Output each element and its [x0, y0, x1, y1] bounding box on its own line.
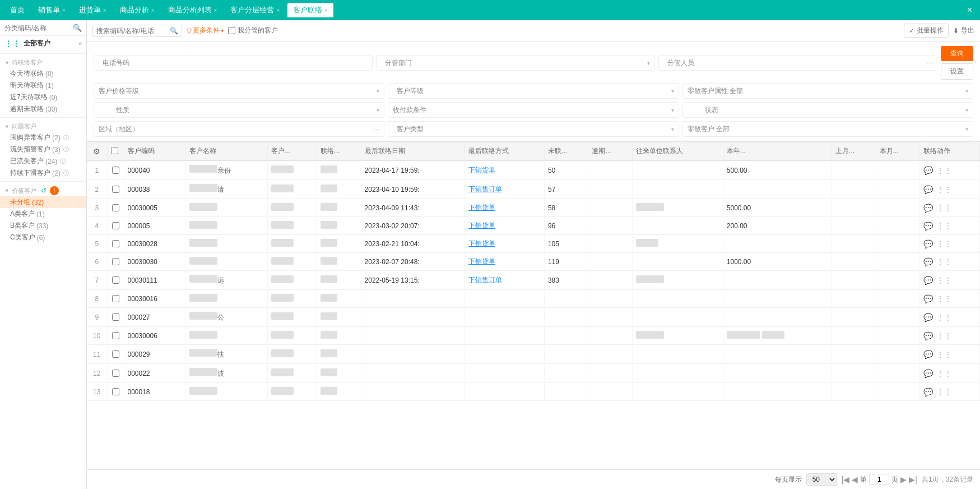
filter-nature[interactable]: 性质 ▾ — [94, 102, 384, 118]
chat-icon[interactable]: 💬 — [923, 331, 933, 340]
menu-icon[interactable]: ⋮⋮ — [936, 204, 952, 213]
collapse-all-icon[interactable]: « — [78, 40, 82, 47]
sidebar-value-header[interactable]: ▼ 价值客户 ↺ ! — [0, 184, 86, 196]
nav-customer-contact[interactable]: 客户联络 × — [287, 3, 333, 17]
row-checkbox[interactable] — [112, 332, 119, 339]
row-checkbox[interactable] — [112, 388, 119, 395]
filter-price-grade[interactable]: 客户价格等级 ▾ — [94, 83, 384, 99]
menu-icon[interactable]: ⋮⋮ — [936, 331, 952, 340]
last-method-link[interactable]: 下销货单 — [468, 204, 495, 211]
last-method-link[interactable]: 下销货单 — [468, 239, 495, 247]
nav-customer-segment-close[interactable]: × — [276, 7, 280, 13]
gear-icon[interactable]: ⚙ — [93, 147, 100, 156]
batch-op-btn[interactable]: ✓ 批量操作 — [904, 24, 949, 38]
chat-icon[interactable]: 💬 — [923, 185, 933, 194]
per-page-select[interactable]: 50 20 100 — [806, 473, 837, 486]
chat-icon[interactable]: 💬 — [923, 166, 933, 175]
menu-icon[interactable]: ⋮⋮ — [936, 257, 952, 266]
search-input[interactable] — [96, 27, 168, 35]
sidebar-item-overdue[interactable]: 逾期未联络 (30) — [0, 103, 86, 115]
sidebar-item-a[interactable]: A类客户 (1) — [0, 208, 86, 220]
prev-page-btn[interactable]: ◀ — [852, 475, 858, 484]
nav-product-list[interactable]: 商品分析列表 × — [162, 3, 223, 17]
filter-retail-attr[interactable]: 零散客户属性 全部 ▾ — [682, 83, 973, 99]
menu-icon[interactable]: ⋮⋮ — [936, 185, 952, 194]
nav-product-list-close[interactable]: × — [214, 7, 217, 13]
sidebar-item-declining[interactable]: 持续下滑客户 (2) ⓘ — [0, 167, 86, 179]
reset-btn[interactable]: 设置 — [941, 63, 973, 80]
last-method-link[interactable]: 下销货单 — [468, 222, 495, 229]
refresh-icon[interactable]: ↺ — [41, 187, 47, 195]
sidebar-item-warning[interactable]: 流失预警客户 (3) ⓘ — [0, 144, 86, 155]
nav-product-analysis-close[interactable]: × — [151, 7, 155, 13]
menu-icon[interactable]: ⋮⋮ — [936, 369, 952, 378]
chat-icon[interactable]: 💬 — [923, 313, 933, 322]
sidebar-problem-header[interactable]: ▼ 问题客户 — [0, 120, 86, 132]
row-checkbox[interactable] — [112, 370, 119, 377]
sidebar-item-today[interactable]: 今天待联络 (0) — [0, 68, 86, 80]
nav-purchase-close[interactable]: × — [103, 7, 106, 13]
nav-customer-contact-close[interactable]: × — [324, 7, 328, 13]
filter-phone[interactable]: 电话号码 — [94, 55, 373, 71]
page-input[interactable] — [869, 474, 889, 485]
sidebar-item-c[interactable]: C类客户 (6) — [0, 232, 86, 243]
nav-sales[interactable]: 销售单 × — [32, 3, 71, 17]
last-method-link[interactable]: 下销货单 — [468, 166, 495, 174]
row-checkbox[interactable] — [112, 222, 119, 229]
sidebar-item-7days[interactable]: 近7天待联络 (0) — [0, 91, 86, 103]
sidebar-waiting-header[interactable]: ▼ 待联络客户 — [0, 56, 86, 68]
chat-icon[interactable]: 💬 — [923, 239, 933, 248]
last-method-link[interactable]: 下销售订单 — [468, 276, 502, 284]
sidebar-item-b[interactable]: B类客户 (33) — [0, 220, 86, 232]
chat-icon[interactable]: 💬 — [923, 387, 933, 396]
filter-region[interactable]: 区域（地区） ··· — [94, 121, 384, 137]
filter-payment[interactable]: 收付款条件 ▾ — [388, 102, 679, 118]
sidebar-search-input[interactable] — [4, 24, 71, 32]
last-method-link[interactable]: 下销售订单 — [468, 185, 502, 193]
nav-purchase[interactable]: 进货单 × — [73, 3, 112, 17]
menu-icon[interactable]: ⋮⋮ — [936, 239, 952, 248]
menu-icon[interactable]: ⋮⋮ — [936, 276, 952, 285]
query-btn[interactable]: 查询 — [941, 46, 973, 61]
menu-icon[interactable]: ⋮⋮ — [936, 222, 952, 230]
menu-icon[interactable]: ⋮⋮ — [936, 350, 952, 359]
row-checkbox[interactable] — [112, 204, 119, 211]
sidebar-search-icon[interactable]: 🔍 — [73, 24, 82, 32]
nav-customer-segment[interactable]: 客户分层经营 × — [225, 3, 285, 17]
row-checkbox[interactable] — [112, 295, 119, 302]
filter-cust-type[interactable]: 客户类型 ▾ — [388, 121, 679, 137]
nav-home[interactable]: 首页 — [4, 3, 30, 17]
next-page-btn[interactable]: ▶ — [900, 475, 907, 484]
row-checkbox[interactable] — [112, 350, 119, 358]
sidebar-item-tomorrow[interactable]: 明天待联络 (1) — [0, 80, 86, 91]
nav-close-all[interactable]: × — [964, 5, 976, 15]
chat-icon[interactable]: 💬 — [923, 276, 933, 285]
chat-icon[interactable]: 💬 — [923, 257, 933, 266]
menu-icon[interactable]: ⋮⋮ — [936, 387, 952, 396]
row-checkbox[interactable] — [112, 186, 119, 193]
row-checkbox[interactable] — [112, 313, 119, 321]
sidebar-all-customers[interactable]: ⋮⋮ 全部客户 « — [0, 36, 86, 51]
export-btn[interactable]: ⬇ 导出 — [953, 26, 974, 35]
last-page-btn[interactable]: ▶| — [909, 475, 917, 484]
menu-icon[interactable]: ⋮⋮ — [936, 294, 952, 303]
row-checkbox[interactable] — [112, 258, 119, 265]
row-checkbox[interactable] — [112, 240, 119, 247]
my-customers-check[interactable]: 我分管的客户 — [228, 26, 278, 35]
filter-person[interactable]: 分管人员 ··· — [658, 55, 937, 71]
search-box-icon[interactable]: 🔍 — [170, 27, 178, 35]
more-conditions-btn[interactable]: ▽ 更多条件 ▾ — [187, 26, 224, 35]
nav-product-analysis[interactable]: 商品分析 × — [114, 3, 160, 17]
chat-icon[interactable]: 💬 — [923, 204, 933, 213]
filter-dept[interactable]: 分管部门 ▾ — [376, 55, 655, 71]
row-checkbox[interactable] — [112, 276, 119, 284]
filter-status[interactable]: 状态 ▾ — [682, 102, 973, 118]
chat-icon[interactable]: 💬 — [923, 294, 933, 303]
my-customers-checkbox[interactable] — [228, 27, 235, 34]
nav-sales-close[interactable]: × — [62, 7, 66, 13]
filter-retail-all[interactable]: 零散客户 全部 ▾ — [682, 121, 973, 137]
chat-icon[interactable]: 💬 — [923, 350, 933, 359]
first-page-btn[interactable]: |◀ — [842, 475, 850, 484]
sidebar-item-abnormal[interactable]: 囤购异常客户 (2) ⓘ — [0, 132, 86, 144]
select-all-checkbox[interactable] — [111, 147, 118, 154]
